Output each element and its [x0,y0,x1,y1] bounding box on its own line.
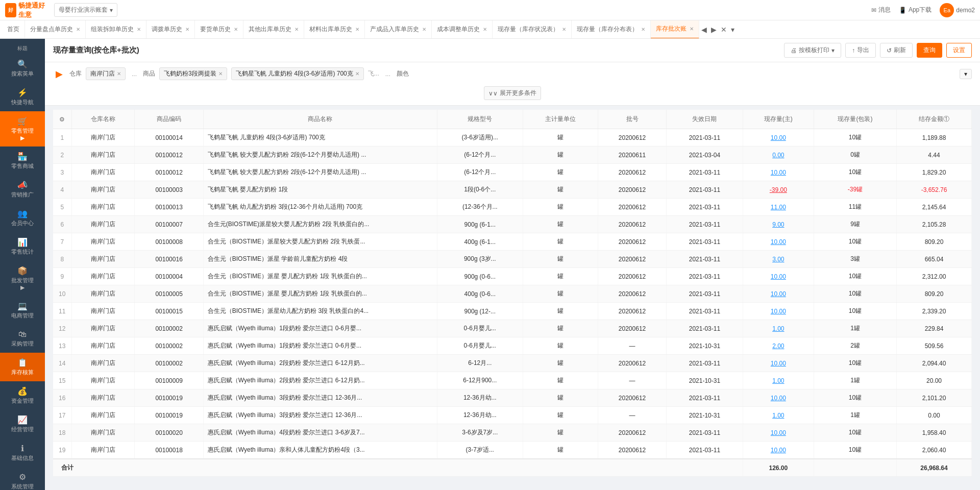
row-qty-main[interactable]: 0.00 [743,146,814,164]
sidebar-item-finance[interactable]: 💰 资金管理 [0,381,45,410]
tab-prev-button[interactable]: ◀ [699,26,709,34]
row-qty-main[interactable]: 2.00 [743,337,814,355]
row-qty-main[interactable]: 9.00 [743,216,814,233]
warehouse-filter-value: 南岸门店 [90,69,115,78]
breadcrumb-text: 母婴行业演示账套 [59,6,108,14]
tab-cost-adjust-close[interactable]: ✕ [483,27,487,32]
row-unit: 罐 [523,372,598,389]
product-filter-more[interactable]: 飞... [368,69,379,78]
user-menu[interactable]: Ea demo2 [940,3,975,17]
tab-picking[interactable]: 调拨单历史 ✕ [146,20,195,39]
sidebar-item-operation[interactable]: 📈 经营管理 [0,410,45,438]
row-qty-main[interactable]: 10.00 [743,389,814,407]
tab-other-out[interactable]: 其他出库单历史 ✕ [243,20,304,39]
tab-picking-close[interactable]: ✕ [185,27,189,32]
row-spec: 0-6月婴儿... [437,320,523,337]
print-arrow-icon: ▾ [831,47,835,54]
query-button[interactable]: 查询 [917,43,942,58]
tab-next-button[interactable]: ▶ [709,26,719,34]
tab-product-in[interactable]: 产成品入库单历史 ✕ [365,20,432,39]
tab-inventory-dist[interactable]: 现存量（库存分布表） ✕ [572,20,651,39]
row-qty-main[interactable]: 10.00 [743,233,814,251]
row-num: 7 [53,233,71,251]
row-batch: 20200612 [598,129,666,146]
row-qty-main[interactable]: 10.00 [743,355,814,372]
refresh-button[interactable]: ↺ 刷新 [880,43,913,58]
product-filter-tag-2[interactable]: 飞鹤星飞帆 儿童奶粉 4段(3-6岁适用) 700克 ✕ [231,67,364,80]
tab-material-out-close[interactable]: ✕ [355,27,359,32]
row-qty-main[interactable]: 3.00 [743,251,814,268]
tab-home[interactable]: 首页 [2,20,25,39]
filter-expand-arrow[interactable]: ▶ [53,68,65,80]
sidebar-item-retail[interactable]: 🛒 零售管理 ▶ [0,111,45,146]
product-filter-tag-1[interactable]: 飞鹤奶粉3段两提装 ✕ [159,67,227,80]
sidebar-item-retail-mall[interactable]: 🏪 零售商城 [0,146,45,175]
row-qty-main[interactable]: 11.00 [743,199,814,216]
table-row: 1 南岸门店 00100014 飞鹤星飞帆 儿童奶粉 4段(3-6岁适用) 70… [53,129,972,146]
row-amount: -3,652.76 [897,181,972,199]
print-button[interactable]: 🖨 按模板打印 ▾ [784,43,841,58]
tab-requisition-close[interactable]: ✕ [234,27,238,32]
sidebar-item-search[interactable]: 🔍 搜索英单 [0,54,45,83]
breadcrumb-selector[interactable]: 母婴行业演示账套 ▾ [54,3,117,17]
warehouse-filter-tag[interactable]: 南岸门店 ✕ [86,67,126,80]
export-button[interactable]: ↑ 导出 [845,43,876,58]
sidebar-item-wholesale[interactable]: 📦 批发管理 ▶ [0,261,45,296]
row-qty-main[interactable]: 1.00 [743,407,814,424]
sidebar-item-marketing[interactable]: 📣 营销推广 [0,175,45,204]
row-qty-main[interactable]: 10.00 [743,424,814,442]
row-qty-main[interactable]: -39.00 [743,181,814,199]
row-qty-main[interactable]: 10.00 [743,129,814,146]
tab-close-all-button[interactable]: ✕ [719,26,729,34]
sidebar-item-inventory[interactable]: 📋 库存核算 [0,353,45,381]
sidebar-item-ecommerce[interactable]: 💻 电商管理 [0,296,45,325]
sidebar-item-purchase[interactable]: 🛍 采购管理 [0,325,45,353]
tab-disassemble-close[interactable]: ✕ [137,27,141,32]
product-filter-1-close[interactable]: ✕ [218,71,223,77]
row-amount: 2,094.40 [897,355,972,372]
row-qty-main[interactable]: 10.00 [743,285,814,303]
app-download-button[interactable]: 📱 App下载 [899,6,932,14]
row-qty-main[interactable]: 1.00 [743,372,814,389]
row-qty-main[interactable]: 1.00 [743,320,814,337]
product-filter-2-close[interactable]: ✕ [355,71,359,77]
expand-more-button[interactable]: ∨∨ 展开更多条件 [484,86,541,100]
sidebar-item-quicknav[interactable]: ⚡ 快捷导航 [0,83,45,111]
row-qty-main[interactable]: 10.00 [743,303,814,320]
row-qty-main[interactable]: 10.00 [743,268,814,285]
tab-other-out-close[interactable]: ✕ [295,27,299,32]
tab-cost-adjust[interactable]: 成本调整单历史 ✕ [432,20,493,39]
tab-disassemble[interactable]: 组装拆卸单历史 ✕ [86,20,146,39]
sidebar-item-retail-stat[interactable]: 📊 零售统计 [0,232,45,261]
tab-split[interactable]: 分量盘点单历史 ✕ [25,20,86,39]
warehouse-filter-close[interactable]: ✕ [117,71,121,77]
row-warehouse: 南岸门店 [71,320,135,337]
color-dropdown[interactable]: ▾ [960,69,972,79]
tab-inventory-status-label: 现存量（库存状况表） [498,25,559,34]
row-qty-pkg: 1罐 [814,372,896,389]
tab-inventory-status-close[interactable]: ✕ [562,27,566,32]
row-num: 6 [53,216,71,233]
row-qty-pkg: 10罐 [814,424,896,442]
tab-material-out[interactable]: 材料出库单历史 ✕ [304,20,365,39]
tab-batch-voucher[interactable]: 库存批次账 ✕ [651,20,699,39]
row-qty-main[interactable]: 10.00 [743,164,814,181]
expand-more-container: ∨∨ 展开更多条件 [53,83,972,100]
col-settings[interactable]: ⚙ [53,110,71,129]
message-label: 消息 [878,6,891,14]
row-spec: 900g (6-1... [437,216,523,233]
sidebar-item-system[interactable]: ⚙ 系统管理 [0,467,45,490]
settings-button[interactable]: 设置 [946,43,972,58]
tab-inventory-status[interactable]: 现存量（库存状况表） ✕ [493,20,572,39]
tab-requisition[interactable]: 要货单历史 ✕ [195,20,243,39]
sidebar-item-member[interactable]: 👥 会员中心 [0,204,45,232]
row-qty-main[interactable]: 10.00 [743,442,814,459]
tab-inventory-dist-close[interactable]: ✕ [641,27,645,32]
sidebar-item-basic[interactable]: ℹ 基础信息 [0,438,45,467]
tab-product-in-close[interactable]: ✕ [422,27,426,32]
tab-split-close[interactable]: ✕ [76,27,80,32]
tab-batch-voucher-close[interactable]: ✕ [690,26,694,32]
message-button[interactable]: ✉ 消息 [871,6,891,14]
tab-menu-button[interactable]: ▾ [729,26,737,34]
row-batch: 20200612 [598,233,666,251]
